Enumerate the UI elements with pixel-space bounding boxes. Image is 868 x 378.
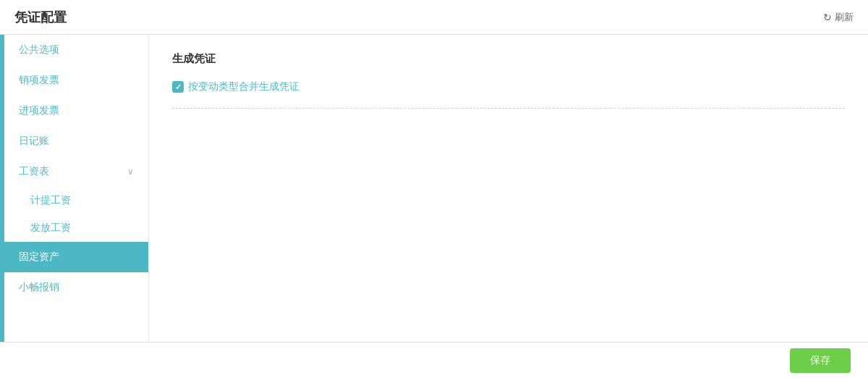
page-header: 凭证配置 ↻ 刷新 <box>0 0 868 35</box>
sidebar-item-label: 小畅报销 <box>19 281 59 294</box>
page-title: 凭证配置 <box>14 9 67 26</box>
checkbox-wrapper[interactable]: 按变动类型合并生成凭证 <box>172 80 299 93</box>
section-divider <box>172 108 845 109</box>
refresh-label: 刷新 <box>835 11 854 24</box>
body-container: 公共选项销项发票进项发票日记账工资表∨计提工资发放工资固定资产小畅报销 生成凭证… <box>0 35 868 342</box>
refresh-button[interactable]: ↻ 刷新 <box>823 11 854 24</box>
main-content: 生成凭证 按变动类型合并生成凭证 <box>149 35 868 342</box>
merge-checkbox[interactable] <box>172 81 184 93</box>
sidebar-item-label: 日记账 <box>19 135 49 148</box>
page-footer: 保存 <box>0 342 868 378</box>
sidebar-item-sales-invoice[interactable]: 销项发票 <box>4 65 148 96</box>
sidebar-item-label: 计提工资 <box>30 194 71 206</box>
checkbox-label: 按变动类型合并生成凭证 <box>188 80 299 93</box>
sidebar-item-label: 发放工资 <box>30 222 71 233</box>
refresh-icon: ↻ <box>823 12 832 23</box>
chevron-down-icon: ∨ <box>127 167 134 177</box>
sidebar-item-journal[interactable]: 日记账 <box>4 126 148 156</box>
sidebar-sub-item-accrual[interactable]: 计提工资 <box>4 187 148 214</box>
sidebar-item-expense[interactable]: 小畅报销 <box>4 272 148 303</box>
sidebar-item-label: 公共选项 <box>19 43 59 56</box>
sidebar-sub-item-distribute[interactable]: 发放工资 <box>4 214 148 242</box>
checkbox-row: 按变动类型合并生成凭证 <box>172 80 845 93</box>
page-container: 凭证配置 ↻ 刷新 公共选项销项发票进项发票日记账工资表∨计提工资发放工资固定资… <box>0 0 868 378</box>
sidebar: 公共选项销项发票进项发票日记账工资表∨计提工资发放工资固定资产小畅报销 <box>4 35 149 342</box>
sidebar-item-public[interactable]: 公共选项 <box>4 35 148 65</box>
sidebar-item-payroll[interactable]: 工资表∨ <box>4 156 148 187</box>
section-title: 生成凭证 <box>172 52 845 66</box>
sidebar-item-label: 工资表 <box>19 165 49 178</box>
sidebar-item-label: 固定资产 <box>19 251 59 264</box>
save-button[interactable]: 保存 <box>790 348 851 373</box>
sidebar-item-fixed-assets[interactable]: 固定资产 <box>4 242 148 272</box>
sidebar-item-label: 销项发票 <box>19 74 59 87</box>
sidebar-item-label: 进项发票 <box>19 104 59 117</box>
sidebar-item-purchase-invoice[interactable]: 进项发票 <box>4 96 148 126</box>
